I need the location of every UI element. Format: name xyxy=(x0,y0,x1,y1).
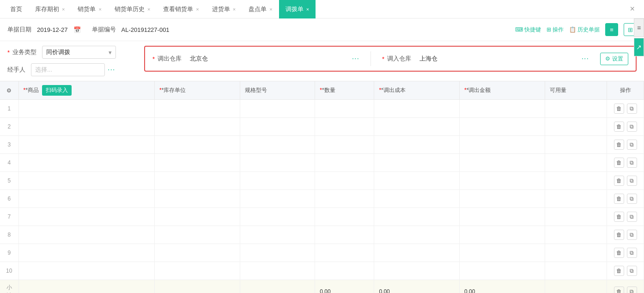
row-spec[interactable] xyxy=(240,136,315,154)
tab-inventory-check[interactable]: 盘点单 × xyxy=(242,0,279,18)
tab-home[interactable]: 首页 xyxy=(4,0,29,18)
row-cost[interactable] xyxy=(374,226,460,244)
row-product[interactable] xyxy=(18,172,155,190)
delete-row-button[interactable]: 🗑 xyxy=(614,266,624,276)
tab-transfer[interactable]: 调拨单 × xyxy=(279,0,316,18)
tab-view-sales[interactable]: 查看销货单 × xyxy=(157,0,205,18)
copy-row-button[interactable]: ⧉ xyxy=(627,248,637,258)
layout1-button[interactable]: ≡ xyxy=(605,23,618,36)
row-product[interactable] xyxy=(18,208,155,226)
row-product[interactable] xyxy=(18,190,155,208)
tab-inventory-init[interactable]: 库存期初 × xyxy=(29,0,71,18)
row-amount[interactable] xyxy=(460,190,545,208)
row-unit[interactable] xyxy=(155,262,240,280)
row-spec[interactable] xyxy=(240,262,315,280)
in-warehouse-more-button[interactable]: ··· xyxy=(582,55,589,63)
scan-button[interactable]: 扫码录入 xyxy=(42,85,72,96)
delete-row-button[interactable]: 🗑 xyxy=(614,287,624,293)
row-qty[interactable] xyxy=(315,262,374,280)
row-amount[interactable] xyxy=(460,100,545,118)
sidebar-list-button[interactable]: ≡ xyxy=(634,18,644,37)
row-amount[interactable] xyxy=(460,172,545,190)
row-cost[interactable] xyxy=(374,100,460,118)
delete-row-button[interactable]: 🗑 xyxy=(614,176,624,186)
row-product[interactable] xyxy=(18,118,155,136)
row-qty[interactable] xyxy=(315,154,374,172)
row-cost[interactable] xyxy=(374,172,460,190)
copy-row-button[interactable]: ⧉ xyxy=(627,230,637,240)
row-unit[interactable] xyxy=(155,208,240,226)
out-warehouse-more-button[interactable]: ··· xyxy=(352,55,359,63)
row-cost[interactable] xyxy=(374,190,460,208)
row-qty[interactable] xyxy=(315,172,374,190)
row-qty[interactable] xyxy=(315,244,374,262)
copy-row-button[interactable]: ⧉ xyxy=(627,212,637,222)
copy-row-button[interactable]: ⧉ xyxy=(627,194,637,204)
copy-row-button[interactable]: ⧉ xyxy=(627,287,637,293)
tab-close-sales-history[interactable]: × xyxy=(147,6,150,12)
row-amount[interactable] xyxy=(460,226,545,244)
row-spec[interactable] xyxy=(240,172,315,190)
row-cost[interactable] xyxy=(374,136,460,154)
row-unit[interactable] xyxy=(155,154,240,172)
row-spec[interactable] xyxy=(240,208,315,226)
row-amount[interactable] xyxy=(460,208,545,226)
tab-sales[interactable]: 销货单 × xyxy=(71,0,108,18)
row-unit[interactable] xyxy=(155,136,240,154)
person-select[interactable]: 选择... xyxy=(31,63,105,76)
row-cost[interactable] xyxy=(374,118,460,136)
row-spec[interactable] xyxy=(240,280,315,293)
col-gear[interactable]: ⚙ xyxy=(0,81,18,100)
row-cost[interactable]: 0.00 xyxy=(374,280,460,293)
row-product[interactable] xyxy=(18,136,155,154)
row-cost[interactable] xyxy=(374,154,460,172)
tab-purchase[interactable]: 进货单 × xyxy=(206,0,242,18)
delete-row-button[interactable]: 🗑 xyxy=(614,230,624,240)
copy-row-button[interactable]: ⧉ xyxy=(627,104,637,114)
row-product[interactable] xyxy=(18,100,155,118)
row-product[interactable] xyxy=(18,226,155,244)
delete-row-button[interactable]: 🗑 xyxy=(614,194,624,204)
row-qty[interactable] xyxy=(315,226,374,244)
settings-button[interactable]: ⚙ 设置 xyxy=(600,53,628,65)
delete-row-button[interactable]: 🗑 xyxy=(614,104,624,114)
tab-close-inventory-init[interactable]: × xyxy=(62,6,65,12)
row-spec[interactable] xyxy=(240,226,315,244)
row-qty[interactable] xyxy=(315,136,374,154)
row-product[interactable] xyxy=(18,244,155,262)
row-unit[interactable] xyxy=(155,100,240,118)
sidebar-export-button[interactable]: ↗ xyxy=(634,38,644,56)
row-amount[interactable]: 0.00 xyxy=(460,280,545,293)
row-qty[interactable] xyxy=(315,190,374,208)
delete-row-button[interactable]: 🗑 xyxy=(614,248,624,258)
row-product[interactable] xyxy=(18,154,155,172)
tab-close-purchase[interactable]: × xyxy=(233,6,236,12)
copy-row-button[interactable]: ⧉ xyxy=(627,122,637,132)
calendar-icon[interactable]: 📅 xyxy=(73,26,81,33)
person-more-button[interactable]: ··· xyxy=(108,66,115,74)
row-cost[interactable] xyxy=(374,244,460,262)
row-spec[interactable] xyxy=(240,118,315,136)
row-qty[interactable] xyxy=(315,100,374,118)
row-amount[interactable] xyxy=(460,262,545,280)
delete-row-button[interactable]: 🗑 xyxy=(614,212,624,222)
delete-row-button[interactable]: 🗑 xyxy=(614,158,624,168)
row-qty[interactable] xyxy=(315,118,374,136)
row-unit[interactable] xyxy=(155,280,240,293)
row-unit[interactable] xyxy=(155,226,240,244)
row-cost[interactable] xyxy=(374,262,460,280)
delete-row-button[interactable]: 🗑 xyxy=(614,140,624,150)
row-cost[interactable] xyxy=(374,208,460,226)
tab-close-transfer[interactable]: × xyxy=(306,6,309,12)
row-spec[interactable] xyxy=(240,244,315,262)
copy-row-button[interactable]: ⧉ xyxy=(627,176,637,186)
copy-row-button[interactable]: ⧉ xyxy=(627,158,637,168)
shortcut-link[interactable]: ⌨ 快捷键 xyxy=(515,26,541,34)
row-product[interactable] xyxy=(18,262,155,280)
row-amount[interactable] xyxy=(460,244,545,262)
row-amount[interactable] xyxy=(460,154,545,172)
business-type-select[interactable]: 同价调拨 ▾ xyxy=(42,46,116,59)
tab-close-inventory-check[interactable]: × xyxy=(269,6,272,12)
row-qty[interactable]: 0.00 xyxy=(315,280,374,293)
row-product[interactable] xyxy=(18,280,155,293)
